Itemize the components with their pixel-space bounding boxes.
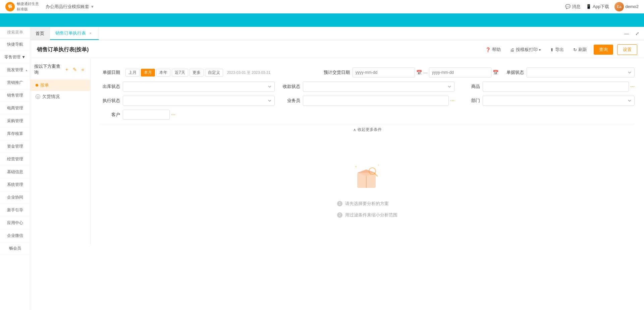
header-right: 💬 消息 📱 App下载 Ea demo2 (565, 2, 639, 11)
calendar-end-icon[interactable]: 📅 (493, 70, 498, 75)
settings-button[interactable]: 设置 (617, 44, 637, 55)
receipt-status-filter: 收款状态 (280, 82, 455, 92)
filter-row-1: 单据日期 上月 本月 本年 近7天 更多 自定义 (100, 67, 635, 78)
customer-wrapper: ··· (123, 110, 175, 120)
refresh-icon: ↻ (573, 47, 577, 52)
doc-status-select[interactable] (527, 67, 635, 78)
customer-input[interactable] (123, 110, 170, 120)
date-range-picker: 📅 — 📅 (353, 67, 498, 78)
sidebar-item-operations[interactable]: 经营管理 (0, 153, 30, 166)
edit-scheme-button[interactable]: ✎ (71, 66, 78, 73)
sidebar-search[interactable]: 搜索菜单 (0, 27, 30, 38)
sidebar-item-retail[interactable]: 零售管理 (0, 51, 30, 64)
product-filter: 商品 ··· (460, 82, 635, 92)
sidebar-item-purchase[interactable]: 采购管理 (0, 115, 30, 127)
logo-text: 畅捷通好生意标准版 (17, 1, 39, 12)
breadcrumb-chevron-icon[interactable]: ▾ (91, 4, 94, 9)
collapse-bar: ∧ 收起更多条件 (100, 124, 635, 135)
sidebar-item-wechat[interactable]: 企业微信 (0, 229, 30, 242)
expected-date-start[interactable] (353, 67, 415, 78)
message-button[interactable]: 💬 消息 (565, 4, 581, 10)
app-download-button[interactable]: 📱 App下载 (586, 4, 609, 10)
home-tab-label: 首页 (36, 31, 44, 37)
salesperson-picker-icon[interactable]: ··· (450, 98, 454, 104)
product-picker-icon[interactable]: ··· (630, 84, 635, 90)
dept-label: 部门 (460, 98, 480, 104)
sidebar-item-finance[interactable]: 资金管理 (0, 140, 30, 153)
print-icon: 🖨 (510, 47, 515, 52)
sidebar-item-sales[interactable]: 销售管理 (0, 89, 30, 102)
expected-date-end[interactable] (429, 67, 491, 78)
sidebar-item-wholesale[interactable]: 批发管理 (0, 64, 30, 76)
quick-date-more[interactable]: 更多 (190, 69, 204, 76)
search-label: 搜索菜单 (7, 30, 23, 35)
out-status-select[interactable] (123, 82, 275, 92)
print-button[interactable]: 🖨 按模板打印 ▾ (507, 45, 543, 54)
tab-home[interactable]: 首页 (30, 27, 50, 40)
tab-minimize-button[interactable]: — (623, 30, 631, 38)
logo-icon: 畅 (5, 2, 15, 11)
left-menu-item-by-order[interactable]: 按单 (30, 80, 90, 91)
salesperson-filter: 业务员 ··· (280, 96, 455, 106)
doc-date-label: 单据日期 (100, 69, 120, 75)
doc-status-wrapper (527, 67, 635, 78)
calendar-start-icon[interactable]: 📅 (416, 70, 422, 75)
salesperson-input[interactable] (303, 96, 449, 106)
page-title: 销售订单执行表(按单) (37, 46, 89, 53)
empty-hint-1: 1 请先选择要分析的方案 (337, 199, 397, 208)
quick-date-last-month[interactable]: 上月 (125, 69, 140, 76)
export-button[interactable]: ⬆ 导出 (547, 45, 567, 54)
tab-active[interactable]: 销售订单执行表 × (50, 27, 99, 40)
product-input[interactable] (483, 82, 629, 92)
sidebar-item-app-center[interactable]: 应用中心 (0, 217, 30, 229)
help-button[interactable]: ❓ 帮助 (483, 45, 503, 54)
user-avatar[interactable]: Ea demo2 (614, 2, 639, 11)
customer-label: 客户 (100, 112, 120, 118)
customer-filter: 客户 ··· (100, 110, 175, 120)
doc-date-filter: 单据日期 上月 本月 本年 近7天 更多 自定义 (100, 69, 318, 76)
sidebar-item-enterprise[interactable]: 企业协同 (0, 191, 30, 204)
sidebar-item-basic-info[interactable]: 基础信息 (0, 166, 30, 178)
tab-bar-actions: — ⤢ (620, 27, 644, 40)
collapse-button[interactable]: ∧ 收起更多条件 (353, 127, 382, 133)
sidebar-item-guide[interactable]: 新手引导 (0, 204, 30, 217)
exec-status-select[interactable] (123, 96, 275, 106)
sidebar-item-marketing[interactable]: 营销推广 (0, 76, 30, 89)
doc-status-label: 单据状态 (504, 69, 524, 75)
customer-picker-icon[interactable]: ··· (171, 112, 175, 118)
page-header: 销售订单执行表(按单) ❓ 帮助 🖨 按模板打印 ▾ ⬆ (30, 40, 644, 58)
dept-select[interactable] (483, 96, 635, 106)
salesperson-wrapper: ··· (303, 96, 455, 106)
quick-date-this-year[interactable]: 本年 (156, 69, 170, 76)
doc-status-filter: 单据状态 (504, 67, 635, 78)
left-menu-item-backorder[interactable]: ⊙ 欠货情况 (30, 91, 90, 102)
avatar: Ea (614, 2, 624, 11)
sidebar-item-ecommerce[interactable]: 电商管理 (0, 102, 30, 115)
collapse-icon: ∧ (353, 127, 356, 132)
expected-date-label: 预计交货日期 (324, 69, 350, 75)
right-content: 单据日期 上月 本月 本年 近7天 更多 自定义 (91, 58, 644, 245)
quick-date-7days[interactable]: 近7天 (172, 69, 188, 76)
sidebar-item-quick-nav[interactable]: 快捷导航 (0, 38, 30, 51)
collapse-panel-button[interactable]: « (79, 66, 86, 73)
left-panel-icons: + ✎ « (63, 66, 86, 73)
query-button[interactable]: 查询 (594, 45, 613, 55)
sidebar-item-inventory[interactable]: 库存核算 (0, 127, 30, 140)
receipt-status-select[interactable] (303, 82, 455, 92)
empty-hint-text: 1 请先选择要分析的方案 2 用过滤条件来缩小分析范围 (337, 199, 397, 219)
tab-maximize-button[interactable]: ⤢ (633, 30, 641, 38)
quick-date-custom[interactable]: 自定义 (205, 69, 223, 76)
sidebar-item-system[interactable]: 系统管理 (0, 178, 30, 191)
left-panel-title: 按以下方案查询 (34, 63, 63, 75)
quick-date-this-month[interactable]: 本月 (141, 69, 155, 76)
tab-close-icon[interactable]: × (88, 31, 93, 36)
add-scheme-button[interactable]: + (63, 66, 70, 73)
empty-state: ✦ ✦ 1 请先选择要分析的方案 2 (96, 139, 639, 240)
sidebar-item-member[interactable]: 畅会员 (0, 242, 30, 255)
out-status-filter: 出库状态 (100, 82, 275, 92)
empty-hint-2: 2 用过滤条件来缩小分析范围 (337, 211, 397, 219)
teal-nav-bar (0, 13, 644, 27)
empty-icon: ✦ ✦ (351, 159, 384, 193)
refresh-button[interactable]: ↻ 刷新 (571, 45, 590, 54)
quick-dates: 上月 本月 本年 近7天 更多 自定义 (125, 69, 223, 76)
